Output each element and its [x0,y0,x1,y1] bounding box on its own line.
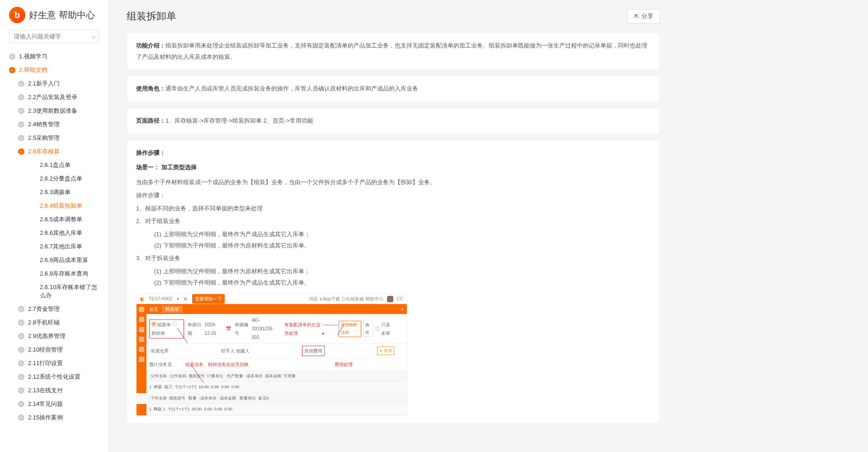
logo-text: 好生意 帮助中心 [29,9,95,21]
page-title: 组装拆卸单 [127,10,176,23]
intro-label: 功能介绍： [136,42,165,49]
step-2-1: (1) 上部明细为父件明细，最终作为产成品生成其它入库单； [136,229,651,240]
intro-card: 功能介绍：组装拆卸单用来处理企业组装或拆卸等加工业务，支持有固定装配清单的产品加… [127,33,660,70]
step-3-2: (2) 下部明细为子件明细，最终作为产成品生成其它入库单。 [136,277,651,289]
nav-267[interactable]: 2.6.7其他出库单 [32,240,104,253]
path-text: 1、库存核算->库存管理->组装拆卸单 2、首页->常用功能 [165,117,313,124]
nav-265[interactable]: 2.6.5成本调整单 [32,213,104,226]
plus-icon: + [18,360,24,366]
plus-icon: + [18,121,24,128]
page-header: 组装拆卸单 ⇱ 分享 [127,9,660,24]
plus-icon: + [18,414,24,421]
nav-sales[interactable]: +2.4销售管理 [14,118,104,131]
intro-text: 组装拆卸单用来处理企业组装或拆卸等加工业务，支持有固定装配清单的产品加工业务，也… [136,42,647,60]
nav-help-docs[interactable]: −2.帮助文档 [5,63,104,77]
role-card: 使用角色：通常由生产人员或库管人员完成拆装业务的操作，库管人员确认原材料的出库和… [127,76,660,102]
ss-child-row2: 2 网盘 2 个(1个=1个) 30.00 0.00 0.00 0.00 [137,415,407,416]
logo: b 好生意 帮助中心 [0,7,108,30]
nav-268[interactable]: 2.6.8商品成本重算 [32,253,104,267]
path-label: 页面路径： [136,117,165,124]
search-icon[interactable]: ⌕ [92,33,95,40]
nav-beginner[interactable]: +2.1新手入门 [14,77,104,90]
steps-label: 操作步骤： [136,190,651,201]
plus-icon: + [18,333,24,339]
path-card: 页面路径：1、库存核算->库存管理->组装拆卸单 2、首页->常用功能 [127,108,660,134]
ss-topbar: ◐ TEST-H002 ▾⚙ 需要帮助一下 消息 ⊕App下载 ◎在线客服 帮助… [137,294,407,304]
scene1-title: 场景一： 加工类型选择 [136,162,651,173]
search-box: ⌕ [9,30,99,43]
share-button[interactable]: ⇱ 分享 [627,9,660,24]
plus-icon: + [18,108,24,114]
plus-icon: + [18,387,24,394]
plus-icon: + [18,347,24,353]
minus-icon: − [18,148,24,155]
ss-child-header: ·子件名称 规格型号 ·数量 ·成本单价 ·成本金额 ·数量单位 备注N [137,393,407,404]
main-content: 组装拆卸单 ⇱ 分享 功能介绍：组装拆卸单用来处理企业组装或拆卸等加工业务，支持… [108,0,678,452]
ss-parent-row: 1 米饭 端刀 个(1个=1个) 10.00 0.00 0.00 0.00 [137,382,407,393]
plus-icon: + [18,81,24,87]
step-3-1: (1) 上部明细为父件明细，最终作为原材料生成其它出库单； [136,266,651,277]
plus-icon: + [18,401,24,407]
nav-263[interactable]: 2.6.3调拨单 [32,186,104,199]
step-1: 1、根据不同的业务，选择不同单据的类型来处理 [136,203,651,214]
embedded-screenshot: ◐ TEST-H002 ▾⚙ 需要帮助一下 消息 ⊕App下载 ◎在线客服 帮助… [136,294,407,416]
plus-icon: + [18,319,24,326]
plus-icon: + [18,374,24,380]
ss-parent-header: ·父件名称 ·父件条码 规格型号 计量单位 ·生产数量 ·成本单价 成本金额 可… [137,371,407,382]
nav-faq[interactable]: +2.14常见问题 [14,397,104,411]
nav-payment[interactable]: +2.13在线支付 [14,384,104,397]
steps-card: 操作步骤： 场景一： 加工类型选择 当由多个子件材料组装成一个成品的业务为【组装… [127,140,660,424]
step-2-2: (2) 下部明细为子件明细，最终作为原材料生成其它出库单。 [136,240,651,252]
steps-title: 操作步骤： [136,147,651,159]
sidebar: b 好生意 帮助中心 ⌕ +1.视频学习 −2.帮助文档 +2.1新手入门 +2… [0,0,108,452]
nav-menu: +1.视频学习 −2.帮助文档 +2.1新手入门 +2.2产品安装及登录 +2.… [0,50,108,424]
nav-261[interactable]: 2.6.1盘点单 [32,158,104,172]
plus-icon: + [9,53,15,60]
nav-coupon[interactable]: +2.9优惠券管理 [14,329,104,343]
nav-cases[interactable]: +2.15操作案例 [14,411,104,424]
role-label: 使用角色： [136,85,165,92]
nav-262[interactable]: 2.6.2分量盘点单 [32,172,104,186]
search-input[interactable] [9,30,99,43]
nav-2610[interactable]: 2.6.10库存账本错了怎么办 [32,281,104,302]
nav-install[interactable]: +2.2产品安装及登录 [14,90,104,104]
step-3: 3、对于拆装业务 [136,253,651,264]
plus-icon: + [18,306,24,312]
logo-icon: b [9,7,25,23]
nav-266[interactable]: 2.6.6其他入库单 [32,226,104,240]
ss-form-row2: ·生成仓库 经手人 创建人 其他费用 ⊕ 新增 [137,344,407,358]
plus-icon: + [18,94,24,100]
ss-child-row1: 1 网盘 1 个(1个=1个) 20.00 0.00 0.00 0.00 [137,404,407,415]
nav-business[interactable]: +2.10经营管理 [14,343,104,357]
ss-tabs: 首页 拆装单 × [137,304,407,314]
nav-264-assembly[interactable]: 2.6.4组装拆卸单 [32,199,104,213]
scene1-desc: 当由多个子件材料组装成一个成品的业务为【组装】业务，当由一个父件拆分成多个子产品… [136,177,651,188]
nav-269[interactable]: 2.6.9库存账本查询 [32,267,104,281]
nav-purchase[interactable]: +2.5采购管理 [14,131,104,145]
step-2: 2、对于组装业务 [136,216,651,227]
nav-funds[interactable]: +2.7资金管理 [14,302,104,316]
plus-icon: + [18,135,24,141]
ss-form-row3: 预计业务员 组装业务、拆卸业务在这里切换 费用处理 [137,358,407,371]
nav-print[interactable]: +2.11打印设置 [14,357,104,370]
share-icon: ⇱ [634,13,639,20]
nav-inventory[interactable]: −2.6库存核算 [14,145,104,158]
nav-data-prep[interactable]: +2.3使用前数据准备 [14,104,104,118]
minus-icon: − [9,67,15,73]
nav-mobile[interactable]: +2.8手机旺铺 [14,316,104,329]
nav-video-learning[interactable]: +1.视频学习 [5,50,104,63]
nav-system[interactable]: +2.12系统个性化设置 [14,370,104,384]
role-text: 通常由生产人员或库管人员完成拆装业务的操作，库管人员确认原材料的出库和产成品的入… [165,85,418,92]
